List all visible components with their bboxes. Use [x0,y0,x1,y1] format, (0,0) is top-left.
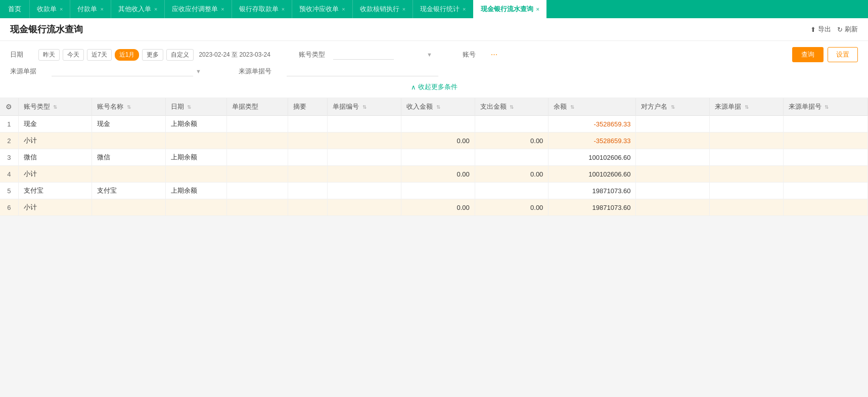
nav-tab-qita[interactable]: 其他收入单 × [111,0,164,18]
table-header-row: ⚙ 账号类型 ⇅ 账号名称 ⇅ 日期 ⇅ 单据类型 摘要 [0,98,868,116]
cell-doc-no [328,183,401,199]
dots-button[interactable]: ··· [491,50,497,59]
sort-icon[interactable]: ⇅ [745,104,749,110]
close-icon[interactable]: × [463,6,466,12]
nav-tab-shoukuan[interactable]: 收款单 × [29,0,70,18]
table-row[interactable]: 3 微信 微信 上期余额 100102606.60 [0,149,868,166]
date-label: 日期 [10,50,30,59]
cell-doc-no [328,149,401,166]
cell-doc-no [328,199,401,216]
date-btn-yesterday[interactable]: 昨天 [38,49,60,61]
row-num: 2 [0,133,18,149]
cell-counterpart [636,116,710,133]
cell-balance: 100102606.60 [549,166,636,183]
collapse-bar[interactable]: ∧ 收起更多条件 [10,80,858,92]
row-num: 4 [0,166,18,183]
export-button[interactable]: ⬆ 导出 [810,25,831,34]
cell-counterpart [636,149,710,166]
close-icon[interactable]: × [221,6,224,12]
cell-summary [288,166,328,183]
cell-balance: 100102606.60 [549,149,636,166]
date-btn-more[interactable]: 更多 [142,49,163,61]
col-account-name: 账号名称 ⇅ [92,98,166,116]
source-doc-no-input[interactable] [287,66,438,76]
cell-source-doc-no [783,133,867,149]
close-icon[interactable]: × [402,6,405,12]
table-row[interactable]: 4 小计 0.00 0.00 100102606.60 [0,166,868,183]
cell-account-name: 支付宝 [92,183,166,199]
cell-summary [288,199,328,216]
sort-icon[interactable]: ⇅ [570,104,574,110]
nav-tab-tongji[interactable]: 现金银行统计 × [413,0,473,18]
cell-income [401,149,475,166]
cell-balance: -3528659.33 [549,116,636,133]
sort-icon[interactable]: ⇅ [53,104,57,110]
cell-account-type: 小计 [18,166,92,183]
table-row[interactable]: 6 小计 0.00 0.00 19871073.60 [0,199,868,216]
account-type-select[interactable]: 现金 微信 支付宝 [333,50,394,60]
cell-income: 0.00 [401,199,475,216]
nav-tab-yingshou[interactable]: 应收应付调整单 × [164,0,231,18]
refresh-button[interactable]: ↻ 刷新 [837,25,858,34]
close-icon[interactable]: × [60,6,63,12]
cell-expense [475,149,549,166]
sort-icon[interactable]: ⇅ [362,104,367,110]
col-balance: 余额 ⇅ [549,98,636,116]
date-btn-today[interactable]: 今天 [63,49,84,61]
cell-income: 0.00 [401,133,475,149]
nav-tab-shoukuanhexiao[interactable]: 收款核销执行 × [352,0,413,18]
nav-tab-yushou[interactable]: 预收冲应收单 × [292,0,352,18]
col-account-type: 账号类型 ⇅ [18,98,92,116]
cell-account-name: 现金 [92,116,166,133]
cell-expense: 0.00 [475,166,549,183]
nav-home[interactable]: 首页 [0,0,29,18]
nav-tab-fukuan[interactable]: 付款单 × [70,0,110,18]
sort-icon[interactable]: ⇅ [671,104,675,110]
cell-summary [288,183,328,199]
page-header: 现金银行流水查询 ⬆ 导出 ↻ 刷新 [0,18,868,41]
settings-button[interactable]: 设置 [828,47,858,62]
filter-area: 日期 昨天 今天 近7天 近1月 更多 自定义 2023-02-24 至 202… [0,41,868,98]
close-icon[interactable]: × [282,6,285,12]
cell-summary [288,149,328,166]
top-navigation: 首页 收款单 × 付款单 × 其他收入单 × 应收应付调整单 × 银行存取款单 … [0,0,868,18]
row-num: 6 [0,199,18,216]
source-doc-select-wrapper: ▼ [52,66,203,76]
cell-account-name [92,166,166,183]
nav-tab-liushui[interactable]: 现金银行流水查询 × [473,0,546,18]
cell-summary [288,133,328,149]
nav-tab-yinhang[interactable]: 银行存取款单 × [232,0,292,18]
date-btn-1month[interactable]: 近1月 [115,49,140,61]
table-row[interactable]: 5 支付宝 支付宝 上期余额 19871073.60 [0,183,868,199]
date-btn-custom[interactable]: 自定义 [166,49,194,61]
cell-counterpart [636,166,710,183]
cell-income: 0.00 [401,166,475,183]
sort-icon[interactable]: ⇅ [127,104,131,110]
table-row[interactable]: 2 小计 0.00 0.00 -3528659.33 [0,133,868,149]
table-row[interactable]: 1 现金 现金 上期余额 -3528659.33 [0,116,868,133]
sort-icon[interactable]: ⇅ [510,104,514,110]
table-settings-icon[interactable]: ⚙ [6,103,12,111]
query-button[interactable]: 查询 [792,47,824,62]
cell-doc-no [328,166,401,183]
sort-icon[interactable]: ⇅ [436,104,440,110]
cell-source-doc [710,183,784,199]
sort-icon[interactable]: ⇅ [825,104,829,110]
close-icon[interactable]: × [100,6,103,12]
cell-account-type: 支付宝 [18,183,92,199]
account-type-label: 账号类型 [299,50,325,59]
date-btn-7days[interactable]: 近7天 [87,49,112,61]
sort-icon[interactable]: ⇅ [187,104,191,110]
cell-income [401,183,475,199]
cell-date [165,166,226,183]
close-icon[interactable]: × [342,6,345,12]
close-icon[interactable]: × [536,6,539,12]
page-title: 现金银行流水查询 [10,23,83,35]
row-num: 3 [0,149,18,166]
source-doc-no-label: 来源单据号 [239,67,271,76]
cell-date [165,133,226,149]
close-icon[interactable]: × [154,6,157,12]
cell-source-doc-no [783,199,867,216]
cell-source-doc [710,116,784,133]
source-doc-select[interactable] [52,66,193,76]
